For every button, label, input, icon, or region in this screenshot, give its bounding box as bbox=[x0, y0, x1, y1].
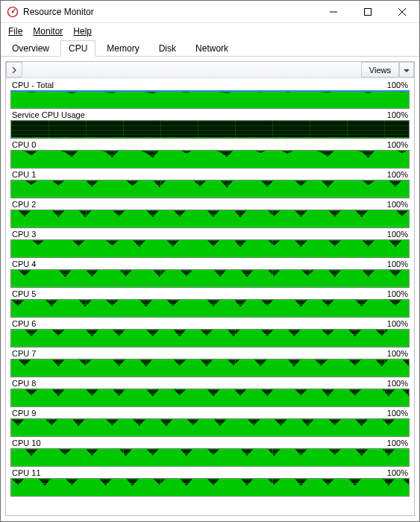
graph-label: CPU 8 bbox=[12, 379, 36, 388]
graph-label: Service CPU Usage bbox=[12, 110, 85, 119]
graph-row: CPU 10100% bbox=[10, 438, 410, 467]
menubar: File Monitor Help bbox=[1, 23, 419, 40]
graphs-list: CPU - Total100% Service CPU Usage100% CP… bbox=[6, 78, 414, 515]
graph-canvas bbox=[10, 239, 410, 258]
graph-label: CPU 10 bbox=[12, 438, 41, 447]
graph-header: CPU 6100% bbox=[10, 318, 410, 329]
content-area: Views CPU - Total100% Service CPU Usage1… bbox=[1, 57, 419, 521]
expand-button[interactable] bbox=[6, 62, 22, 78]
panel-toolbar: Views bbox=[6, 62, 414, 78]
menu-help[interactable]: Help bbox=[69, 25, 96, 38]
graph-canvas bbox=[10, 120, 410, 139]
graph-header: CPU 9100% bbox=[10, 408, 410, 418]
graph-fill bbox=[11, 121, 409, 138]
svg-rect-2 bbox=[365, 8, 372, 15]
graph-fill bbox=[11, 359, 409, 377]
chevron-right-icon bbox=[11, 66, 17, 75]
graph-row: CPU - Total100% bbox=[10, 80, 410, 109]
graph-canvas bbox=[10, 269, 410, 288]
graph-canvas bbox=[10, 389, 410, 407]
graph-header: CPU 3100% bbox=[10, 229, 410, 239]
close-button[interactable] bbox=[385, 1, 419, 22]
graph-fill bbox=[11, 210, 409, 227]
graph-scale: 100% bbox=[387, 379, 408, 388]
graph-scale: 100% bbox=[387, 468, 408, 477]
graph-scale: 100% bbox=[387, 170, 408, 179]
graph-fill bbox=[11, 180, 409, 198]
graph-canvas bbox=[10, 90, 410, 109]
views-button[interactable]: Views bbox=[361, 62, 399, 78]
graph-label: CPU 0 bbox=[12, 140, 36, 149]
graph-row: CPU 2100% bbox=[10, 199, 410, 228]
graph-fill bbox=[11, 449, 409, 466]
graph-label: CPU 5 bbox=[12, 289, 36, 298]
graph-label: CPU 7 bbox=[12, 349, 36, 358]
graph-fill bbox=[11, 151, 409, 168]
graph-scale: 100% bbox=[387, 110, 408, 119]
graph-header: CPU 8100% bbox=[10, 378, 410, 389]
graph-fill bbox=[11, 240, 409, 257]
graph-label: CPU 2 bbox=[12, 200, 36, 209]
graph-row: CPU 8100% bbox=[10, 378, 410, 407]
graph-canvas bbox=[10, 299, 410, 318]
graph-scale: 100% bbox=[387, 319, 408, 328]
graph-scale: 100% bbox=[387, 438, 408, 447]
graph-scale: 100% bbox=[387, 349, 408, 358]
graph-label: CPU 6 bbox=[12, 319, 36, 328]
graph-scale: 100% bbox=[387, 289, 408, 298]
tab-cpu[interactable]: CPU bbox=[60, 40, 95, 57]
graph-header: CPU - Total100% bbox=[10, 80, 410, 90]
graph-header: Service CPU Usage100% bbox=[10, 110, 410, 120]
graph-row: CPU 0100% bbox=[10, 139, 410, 169]
graph-canvas bbox=[10, 448, 410, 467]
graph-canvas bbox=[10, 359, 410, 377]
minimize-button[interactable] bbox=[316, 1, 351, 22]
graph-scale: 100% bbox=[387, 409, 408, 418]
graph-row: CPU 11100% bbox=[10, 468, 410, 497]
graph-row: CPU 7100% bbox=[10, 348, 410, 377]
graph-label: CPU 11 bbox=[12, 468, 41, 477]
graph-fill bbox=[11, 330, 409, 347]
graph-fill bbox=[11, 300, 409, 317]
graph-row: CPU 3100% bbox=[10, 229, 410, 258]
graph-label: CPU 1 bbox=[12, 170, 36, 179]
tab-network[interactable]: Network bbox=[187, 40, 236, 57]
graph-header: CPU 7100% bbox=[10, 348, 410, 359]
views-dropdown-button[interactable] bbox=[399, 62, 414, 78]
graph-fill bbox=[11, 479, 409, 496]
graph-header: CPU 11100% bbox=[10, 468, 410, 478]
graph-row: CPU 6100% bbox=[10, 318, 410, 348]
graph-scale: 100% bbox=[387, 140, 408, 149]
menu-file[interactable]: File bbox=[4, 25, 27, 38]
window-title: Resource Monitor bbox=[23, 7, 316, 17]
graph-fill bbox=[11, 270, 409, 287]
menu-monitor[interactable]: Monitor bbox=[28, 25, 67, 38]
toolbar-spacer bbox=[22, 62, 361, 78]
graph-header: CPU 4100% bbox=[10, 259, 410, 269]
window-controls bbox=[316, 1, 419, 22]
graph-header: CPU 10100% bbox=[10, 438, 410, 448]
graph-header: CPU 2100% bbox=[10, 199, 410, 210]
tabstrip: Overview CPU Memory Disk Network bbox=[1, 40, 419, 57]
graph-label: CPU - Total bbox=[12, 81, 54, 89]
graph-canvas bbox=[10, 418, 410, 437]
graph-label: CPU 3 bbox=[12, 230, 36, 239]
graph-canvas bbox=[10, 150, 410, 169]
tab-disk[interactable]: Disk bbox=[151, 40, 184, 57]
graph-label: CPU 4 bbox=[12, 260, 36, 268]
graph-row: CPU 4100% bbox=[10, 259, 410, 288]
graph-scale: 100% bbox=[387, 81, 408, 89]
titlebar: Resource Monitor bbox=[1, 1, 419, 23]
tab-overview[interactable]: Overview bbox=[4, 40, 57, 57]
svg-point-1 bbox=[12, 10, 13, 12]
app-icon bbox=[7, 6, 19, 18]
graph-canvas bbox=[10, 180, 410, 198]
maximize-button[interactable] bbox=[351, 1, 385, 22]
graph-canvas bbox=[10, 329, 410, 348]
graph-header: CPU 1100% bbox=[10, 169, 410, 180]
tab-memory[interactable]: Memory bbox=[98, 40, 147, 57]
graph-row: CPU 1100% bbox=[10, 169, 410, 198]
graph-row: CPU 9100% bbox=[10, 408, 410, 437]
graph-fill bbox=[11, 389, 409, 406]
graph-row: CPU 5100% bbox=[10, 289, 410, 318]
